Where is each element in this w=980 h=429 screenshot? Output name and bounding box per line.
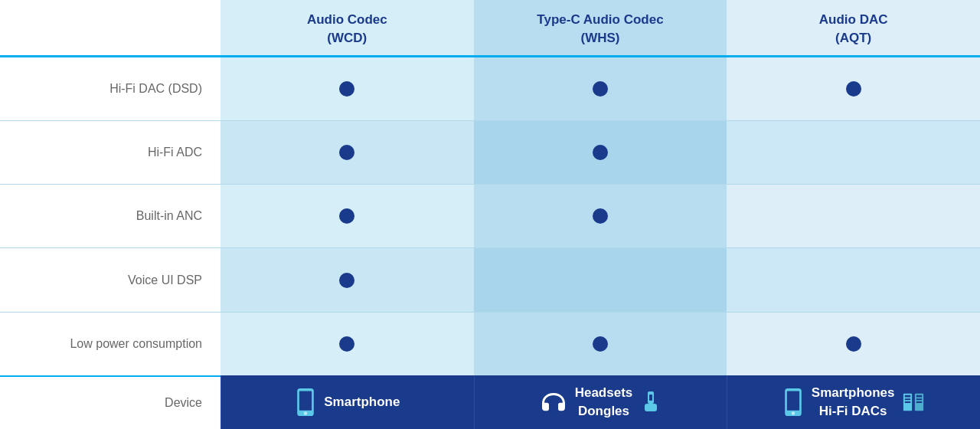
cell-r3-c2: [474, 185, 727, 247]
dot-indicator: [339, 273, 354, 288]
header-col3: Audio DAC(AQT): [727, 0, 980, 55]
table-body: Hi-Fi DAC (DSD) Hi-Fi ADC Built-in ANC V…: [0, 57, 980, 375]
dot-indicator: [846, 336, 861, 352]
svg-rect-15: [916, 398, 923, 400]
svg-rect-16: [916, 401, 923, 403]
device-label-smartphone: Smartphone: [324, 393, 400, 411]
device-row: Device Smartphone HeadsetsDongles: [0, 375, 980, 429]
svg-rect-12: [905, 401, 911, 403]
headphones-icon: [540, 390, 567, 414]
dot-indicator: [593, 336, 608, 352]
row-label: Built-in ANC: [0, 185, 220, 247]
table-header: Audio Codec(WCD) Type-C Audio Codec(WHS)…: [0, 0, 980, 57]
cell-r3-c3: [727, 185, 980, 247]
table-row: Hi-Fi DAC (DSD): [0, 57, 980, 121]
cell-r3-c1: [220, 185, 474, 247]
table-row: Hi-Fi ADC: [0, 121, 980, 185]
cell-r5-c2: [474, 313, 727, 375]
svg-rect-11: [905, 398, 911, 400]
header-empty: [0, 0, 220, 55]
cell-r1-c3: [727, 57, 980, 120]
device-label-hifi: SmartphonesHi-Fi DACs: [812, 384, 895, 421]
cell-r2-c2: [474, 121, 727, 184]
device-label-headsets: HeadsetsDongles: [575, 384, 633, 421]
dot-indicator: [339, 336, 354, 352]
svg-rect-1: [299, 391, 312, 411]
svg-rect-10: [905, 395, 911, 398]
svg-point-8: [792, 411, 795, 415]
device-cell-headsets: HeadsetsDongles: [474, 375, 727, 429]
cell-r2-c1: [220, 121, 474, 184]
dot-indicator: [593, 81, 608, 97]
book-icon: [902, 391, 925, 413]
device-cell-smartphone: Smartphone: [220, 375, 474, 429]
dongle-icon: [640, 391, 662, 413]
svg-rect-5: [649, 395, 652, 401]
svg-rect-4: [645, 404, 657, 411]
dot-indicator: [593, 145, 608, 160]
table-row: Low power consumption: [0, 313, 980, 375]
svg-rect-14: [916, 395, 923, 398]
row-label: Low power consumption: [0, 313, 220, 375]
cell-r4-c1: [220, 248, 474, 311]
cell-r4-c2: [474, 248, 727, 311]
cell-r4-c3: [727, 248, 980, 311]
table-row: Voice UI DSP: [0, 248, 980, 312]
header-col1: Audio Codec(WCD): [220, 0, 474, 55]
smartphone-icon: [295, 388, 316, 416]
header-col2: Type-C Audio Codec(WHS): [474, 0, 727, 55]
dot-indicator: [339, 81, 354, 97]
smartphone-icon-2: [782, 388, 804, 416]
device-cell-hifi: SmartphonesHi-Fi DACs: [727, 375, 980, 429]
row-label: Voice UI DSP: [0, 248, 220, 311]
cell-r1-c2: [474, 57, 727, 120]
cell-r2-c3: [727, 121, 980, 184]
dot-indicator: [339, 208, 354, 224]
comparison-table: Audio Codec(WCD) Type-C Audio Codec(WHS)…: [0, 0, 980, 429]
dot-indicator: [846, 81, 861, 97]
device-row-label: Device: [0, 375, 220, 429]
row-label: Hi-Fi ADC: [0, 121, 220, 184]
table-row: Built-in ANC: [0, 185, 980, 248]
dot-indicator: [593, 208, 608, 224]
cell-r5-c1: [220, 313, 474, 375]
dot-indicator: [339, 145, 354, 160]
row-label: Hi-Fi DAC (DSD): [0, 57, 220, 120]
svg-rect-7: [787, 391, 799, 411]
svg-point-2: [304, 411, 308, 415]
cell-r1-c1: [220, 57, 474, 120]
cell-r5-c3: [727, 313, 980, 375]
